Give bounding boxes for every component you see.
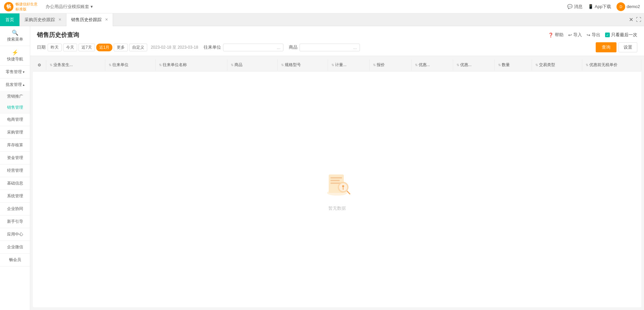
settings-button[interactable]: 设置 xyxy=(619,42,637,52)
topbar: 畅 畅捷信好生意 标准版 办公用品行业模拟账套 ▾ 💬 消息 📱 App下载 D… xyxy=(0,0,644,13)
date-filter-label: 日期 xyxy=(37,44,46,50)
product-filter-label: 商品 xyxy=(289,44,298,50)
sidebar-item-wechat[interactable]: 企业微信 xyxy=(0,241,30,254)
sidebar-item-ecommerce[interactable]: 电商管理 xyxy=(0,113,30,126)
sidebar-sub-item-marketing[interactable]: 营销推广 xyxy=(0,91,30,102)
import-btn[interactable]: ↩ 导入 xyxy=(568,32,582,38)
sidebar-item-enterprise[interactable]: 企业协同 xyxy=(0,203,30,215)
sidebar-item-finance[interactable]: 资金管理 xyxy=(0,152,30,164)
date-btn-more[interactable]: 更多 xyxy=(114,44,128,51)
logo-icon: 畅 xyxy=(4,2,13,11)
sort-icon-discount1: ⇅ xyxy=(415,63,418,67)
sidebar-item-retail[interactable]: 零售管理 ▾ xyxy=(0,66,30,78)
import-icon: ↩ xyxy=(568,33,572,38)
topbar-left: 畅 畅捷信好生意 标准版 办公用品行业模拟账套 ▾ xyxy=(4,2,93,11)
th-pretax[interactable]: ⇅ 优惠前无税单价 xyxy=(582,59,641,70)
date-buttons: 昨天 今天 近7天 近1月 更多 自定义 xyxy=(48,44,147,51)
page-header: 销售历史价查询 ❓ 帮助 ↩ 导入 ↪ 导出 ✓ xyxy=(30,26,644,56)
table-header: ⚙ ⇅ 业务发生... ⇅ 往来单位 ⇅ 往来单位名称 ⇅ 商品 xyxy=(33,59,641,71)
date-btn-7days[interactable]: 近7天 xyxy=(78,44,95,51)
content-area: 销售历史价查询 ❓ 帮助 ↩ 导入 ↪ 导出 ✓ xyxy=(30,26,644,310)
sidebar-item-basic-info[interactable]: 基础信息 xyxy=(0,177,30,190)
logo-text: 畅捷信好生意 标准版 xyxy=(15,2,38,11)
sidebar-item-guide[interactable]: 新手引导 xyxy=(0,215,30,228)
sidebar-item-member[interactable]: 畅会员 xyxy=(0,254,30,266)
sort-icon-qty: ⇅ xyxy=(498,63,501,67)
empty-state-text: 暂无数据 xyxy=(328,205,346,211)
gear-icon: ⚙ xyxy=(38,63,41,67)
sidebar-item-purchase[interactable]: 采购管理 xyxy=(0,126,30,139)
svg-line-7 xyxy=(347,191,350,194)
date-btn-today[interactable]: 今天 xyxy=(63,44,77,51)
th-discount2[interactable]: ⇅ 优惠... xyxy=(453,59,495,70)
tab-sales-history[interactable]: 销售历史价跟踪 ✕ xyxy=(66,13,113,26)
th-qty[interactable]: ⇅ 数量 xyxy=(495,59,532,70)
sidebar-item-search[interactable]: 🔍 搜索菜单 xyxy=(0,26,30,46)
message-btn[interactable]: 💬 消息 xyxy=(567,4,583,10)
sidebar-sub-item-sales[interactable]: 销售管理 xyxy=(0,102,30,113)
user-menu[interactable]: D demo2 xyxy=(616,2,640,11)
svg-rect-3 xyxy=(330,180,340,181)
search-icon: 🔍 xyxy=(2,30,28,36)
date-btn-yesterday[interactable]: 昨天 xyxy=(48,44,62,51)
only-last-checkbox-label[interactable]: ✓ 只看最后一次 xyxy=(605,32,637,38)
tab-home[interactable]: 首页 xyxy=(0,13,20,26)
wholesale-expand-icon: ▴ xyxy=(23,83,24,87)
sidebar-item-system[interactable]: 系统管理 xyxy=(0,190,30,203)
help-icon: ❓ xyxy=(548,33,553,38)
only-last-checkbox[interactable]: ✓ xyxy=(605,33,610,37)
sidebar-item-wholesale[interactable]: 批发管理 ▴ xyxy=(0,79,30,91)
date-range-text: 2023-02-18 至 2023-03-18 xyxy=(151,45,198,50)
sidebar-item-operations[interactable]: 经营管理 xyxy=(0,164,30,177)
close-purchase-tab-btn[interactable]: ✕ xyxy=(58,17,61,22)
export-btn[interactable]: ↪ 导出 xyxy=(587,32,600,38)
empty-state: 暂无数据 xyxy=(33,71,641,307)
close-all-tabs-btn[interactable]: ✕ xyxy=(629,16,633,23)
close-sales-tab-btn[interactable]: ✕ xyxy=(105,17,108,22)
page-title-row: 销售历史价查询 ❓ 帮助 ↩ 导入 ↪ 导出 ✓ xyxy=(37,31,637,39)
th-spec[interactable]: ⇅ 规格型号 xyxy=(278,59,328,70)
main-layout: 🔍 搜索菜单 ⚡ 快捷导航 零售管理 ▾ 批发管理 ▴ 营销推广 销售管理 xyxy=(0,26,644,310)
help-btn[interactable]: ❓ 帮助 xyxy=(548,32,564,38)
download-icon: 📱 xyxy=(588,4,593,9)
avatar: D xyxy=(616,2,625,11)
sort-icon-partner-name: ⇅ xyxy=(159,63,162,67)
filter-actions: 查询 设置 xyxy=(596,42,637,52)
sort-icon-date: ⇅ xyxy=(50,63,52,67)
th-discount1[interactable]: ⇅ 优惠... xyxy=(412,59,453,70)
th-price[interactable]: ⇅ 报价 xyxy=(370,59,411,70)
svg-point-8 xyxy=(342,185,344,187)
maximize-btn[interactable]: ⛶ xyxy=(636,17,641,23)
partner-input[interactable]: ... xyxy=(223,44,283,51)
tab-purchase-history[interactable]: 采购历史价跟踪 ✕ xyxy=(20,13,66,26)
app-download-btn[interactable]: 📱 App下载 xyxy=(588,4,611,10)
sort-icon-discount2: ⇅ xyxy=(457,63,459,67)
sidebar-group-wholesale: 批发管理 ▴ 营销推广 销售管理 xyxy=(0,79,30,113)
th-product[interactable]: ⇅ 商品 xyxy=(227,59,278,70)
page-actions: ❓ 帮助 ↩ 导入 ↪ 导出 ✓ 只看最后一次 xyxy=(548,32,637,38)
th-partner-id[interactable]: ⇅ 往来单位 xyxy=(105,59,156,70)
query-button[interactable]: 查询 xyxy=(596,42,616,52)
sidebar-item-inventory[interactable]: 库存核算 xyxy=(0,139,30,152)
th-partner-name[interactable]: ⇅ 往来单位名称 xyxy=(156,59,227,70)
date-btn-custom[interactable]: 自定义 xyxy=(129,44,147,51)
sidebar: 🔍 搜索菜单 ⚡ 快捷导航 零售管理 ▾ 批发管理 ▴ 营销推广 销售管理 xyxy=(0,26,30,310)
sidebar-item-app-center[interactable]: 应用中心 xyxy=(0,228,30,241)
svg-rect-2 xyxy=(330,177,342,178)
sidebar-group-retail: 零售管理 ▾ xyxy=(0,66,30,79)
app-selector[interactable]: 办公用品行业模拟账套 ▾ xyxy=(46,4,93,10)
date-btn-1month[interactable]: 近1月 xyxy=(96,44,113,51)
sidebar-item-quick-nav[interactable]: ⚡ 快捷导航 xyxy=(0,46,30,66)
th-trade-type[interactable]: ⇅ 交易类型 xyxy=(532,59,582,70)
th-gear[interactable]: ⚙ xyxy=(33,60,46,70)
date-filter-group: 日期 昨天 今天 近7天 近1月 更多 自定义 2023-02-18 至 202… xyxy=(37,44,198,51)
th-date[interactable]: ⇅ 业务发生... xyxy=(46,59,105,70)
page-title: 销售历史价查询 xyxy=(37,31,79,39)
partner-filter-label: 往来单位 xyxy=(204,44,221,50)
product-input-dots: ... xyxy=(353,45,357,50)
table-area: ⚙ ⇅ 业务发生... ⇅ 往来单位 ⇅ 往来单位名称 ⇅ 商品 xyxy=(33,59,641,307)
product-input[interactable]: ... xyxy=(300,44,360,51)
th-unit[interactable]: ⇅ 计量... xyxy=(328,59,370,70)
sort-icon-product: ⇅ xyxy=(231,63,233,67)
sort-icon-partner-id: ⇅ xyxy=(109,63,111,67)
